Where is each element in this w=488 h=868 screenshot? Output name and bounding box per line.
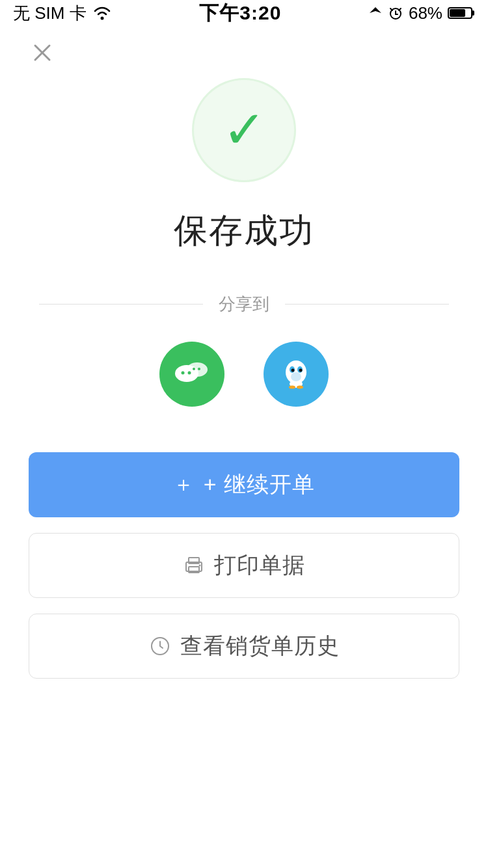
svg-point-9 [182,372,185,375]
continue-button[interactable]: ＋ + 继续开单 [29,452,459,517]
divider-line-left [39,304,203,305]
svg-point-20 [289,386,295,389]
svg-point-26 [199,565,201,567]
svg-point-22 [291,372,301,381]
wifi-icon [92,5,113,21]
alarm-icon [388,5,403,21]
status-time: 下午3:20 [199,0,281,27]
history-button[interactable]: 查看销货单历史 [29,614,459,679]
no-sim-label: 无 SIM 卡 [13,2,87,25]
print-icon [183,554,205,576]
history-label: 查看销货单历史 [180,631,340,661]
svg-point-8 [187,362,208,377]
close-button[interactable] [26,36,59,69]
status-right: 68% [368,3,475,23]
wechat-share-button[interactable] [159,342,224,407]
status-bar: 无 SIM 卡 下午3:20 68% [0,0,488,26]
svg-point-0 [100,17,103,20]
svg-point-12 [198,368,200,370]
plus-icon: ＋ [173,470,195,499]
success-icon-circle: ✓ [192,78,296,182]
svg-point-21 [297,386,303,389]
close-icon [31,42,53,64]
qq-share-button[interactable] [264,342,329,407]
print-label: 打印单据 [214,550,305,580]
divider-line-right [285,304,449,305]
status-left: 无 SIM 卡 [13,2,113,25]
checkmark-icon: ✓ [223,104,266,156]
success-title: 保存成功 [174,208,314,254]
svg-point-17 [291,369,295,372]
history-icon [149,635,171,657]
share-divider: 分享到 [0,293,488,316]
share-icons-row [159,342,329,407]
share-label: 分享到 [203,293,285,316]
battery-label: 68% [409,3,442,23]
wechat-icon [172,357,211,392]
action-buttons: ＋ + 继续开单 打印单据 查看销货单历 [0,452,488,679]
qq-icon [277,355,315,393]
battery-icon [448,6,475,20]
continue-label: + 继续开单 [204,470,315,500]
main-content: ✓ 保存成功 分享到 [0,26,488,679]
svg-point-18 [299,369,303,372]
location-icon [368,6,383,20]
svg-rect-3 [472,10,474,16]
print-button[interactable]: 打印单据 [29,533,459,598]
svg-rect-4 [450,9,465,17]
svg-point-11 [193,368,195,370]
svg-point-10 [188,372,191,375]
